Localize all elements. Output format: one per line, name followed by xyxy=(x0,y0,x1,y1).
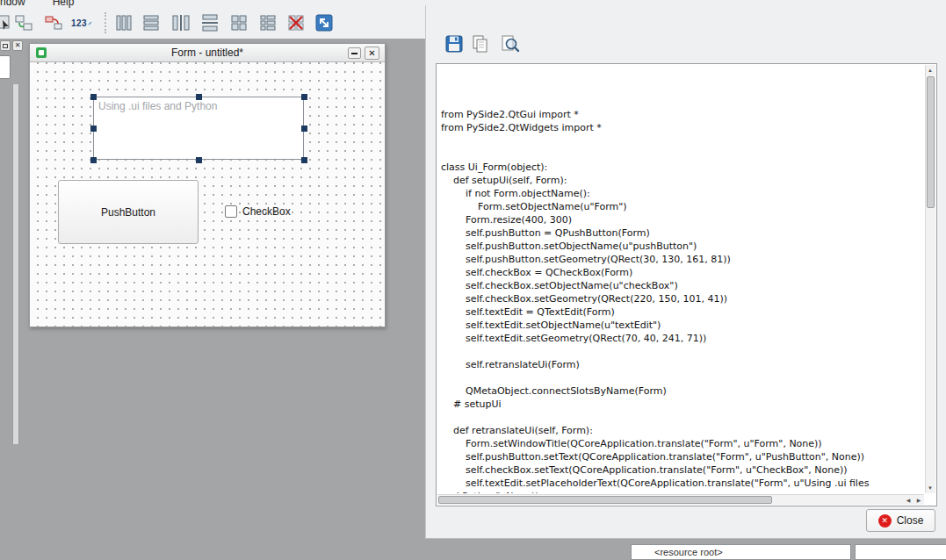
layout-form-icon[interactable] xyxy=(257,12,278,33)
scroll-left-icon[interactable]: ◀ xyxy=(903,494,914,505)
layout-grid-icon[interactable] xyxy=(228,12,249,33)
code-view[interactable]: from PySide2.QtGui import *from PySide2.… xyxy=(436,63,937,506)
edit-buddies-icon[interactable] xyxy=(43,12,64,33)
code-line: self.pushButton.setText(QCoreApplication… xyxy=(441,450,924,463)
copy-icon xyxy=(471,34,490,54)
resource-root-label: <resource root> xyxy=(654,547,723,557)
close-icon: ✕ xyxy=(15,42,21,49)
selection-handle-mid-left[interactable] xyxy=(90,126,97,132)
resource-panel-fragment xyxy=(855,544,946,560)
close-button-label: Close xyxy=(897,514,924,527)
code-line: Form.setWindowTitle(QCoreApplication.tra… xyxy=(441,437,924,450)
form-canvas[interactable]: Using .ui files and Python PushButton Ch… xyxy=(30,62,385,327)
qt-designer-screen: Window Help 123 ✕ xyxy=(0,0,946,560)
widgetbox-filter-input[interactable] xyxy=(0,55,11,79)
selection-handle-bottom-right[interactable] xyxy=(301,157,307,163)
code-line: self.pushButton.setGeometry(QRect(30, 13… xyxy=(441,253,924,266)
code-line: from PySide2.QtGui import * xyxy=(441,108,924,121)
copy-button[interactable] xyxy=(470,33,491,54)
vertical-scrollbar-thumb[interactable] xyxy=(927,76,935,208)
code-line: self.pushButton.setObjectName(u"pushButt… xyxy=(441,240,924,253)
code-line: Form.resize(400, 300) xyxy=(441,213,924,226)
edit-tab-order-icon[interactable]: 123 xyxy=(71,12,92,33)
code-line xyxy=(441,371,924,384)
selection-handle-top-left[interactable] xyxy=(90,94,97,100)
adjust-size-icon[interactable] xyxy=(314,12,335,33)
code-line xyxy=(441,134,924,147)
code-line: self.pushButton = QPushButton(Form) xyxy=(441,226,924,240)
scroll-down-icon[interactable]: ▼ xyxy=(925,483,935,493)
code-line: self.checkBox = QCheckBox(Form) xyxy=(441,266,924,279)
save-icon xyxy=(444,34,464,54)
layout-horizontal-icon[interactable] xyxy=(113,12,134,33)
vertical-scrollbar[interactable]: ▲ ▼ xyxy=(925,65,935,493)
code-line: self.checkBox.setGeometry(QRect(220, 150… xyxy=(441,292,924,305)
form-window-titlebar[interactable]: Form - untitled* ✕ xyxy=(30,44,385,62)
code-line: self.checkBox.setText(QCoreApplication.t… xyxy=(441,463,924,477)
selection-handle-bottom-mid[interactable] xyxy=(196,157,202,163)
menu-help[interactable]: Help xyxy=(51,0,76,8)
layout-vertical-splitter-icon[interactable] xyxy=(199,12,220,33)
dock-close-button[interactable]: ✕ xyxy=(12,40,23,51)
code-line xyxy=(441,411,924,424)
minimize-icon xyxy=(351,53,357,54)
close-icon: ✕ xyxy=(368,48,375,58)
checkbox-indicator[interactable] xyxy=(225,205,237,218)
dialog-close-button[interactable]: ✕ Close xyxy=(866,509,935,532)
code-line: from PySide2.QtWidgets import * xyxy=(441,121,924,134)
checkbox-label: CheckBox xyxy=(242,205,291,218)
code-line: def setupUi(self, Form): xyxy=(441,174,924,187)
scroll-up-icon[interactable]: ▲ xyxy=(925,65,935,75)
textedit-widget[interactable]: Using .ui files and Python xyxy=(93,97,304,160)
widgetbox-scrollbar[interactable] xyxy=(12,84,19,444)
toolbar-separator xyxy=(105,12,109,33)
code-line: if not Form.objectName(): xyxy=(441,187,924,200)
textedit-placeholder: Using .ui files and Python xyxy=(94,97,303,115)
resource-root-item[interactable]: <resource root> xyxy=(631,544,851,560)
minimize-button[interactable] xyxy=(348,47,361,59)
code-line: def retranslateUi(self, Form): xyxy=(441,424,924,437)
close-circle-icon: ✕ xyxy=(878,514,892,528)
menu-window[interactable]: Window xyxy=(0,0,27,8)
layout-horizontal-splitter-icon[interactable] xyxy=(170,12,191,33)
edit-signals-slots-icon[interactable] xyxy=(13,12,34,33)
code-line: # setupUi xyxy=(441,398,924,411)
code-line: self.textEdit.setObjectName(u"textEdit") xyxy=(441,319,924,332)
code-line: self.checkBox.setObjectName(u"checkBox") xyxy=(441,279,924,292)
code-text[interactable]: from PySide2.QtGui import *from PySide2.… xyxy=(437,65,924,493)
close-button[interactable]: ✕ xyxy=(365,47,379,60)
code-line: self.textEdit.setGeometry(QRect(70, 40, … xyxy=(441,332,924,345)
edit-widgets-icon[interactable] xyxy=(0,12,14,33)
form-designer-window: Form - untitled* ✕ Using .ui files and P… xyxy=(29,43,386,327)
dock-float-button[interactable] xyxy=(0,40,11,51)
code-line: self.textEdit = QTextEdit(Form) xyxy=(441,305,924,319)
menubar: Window Help xyxy=(0,0,76,8)
code-line: self.retranslateUi(Form) xyxy=(441,358,924,371)
code-line: and Python", None)) xyxy=(441,490,924,493)
pushbutton-widget[interactable]: PushButton xyxy=(58,180,199,244)
selection-handle-top-right[interactable] xyxy=(301,94,307,100)
float-icon xyxy=(3,44,8,48)
code-line: QMetaObject.connectSlotsByName(Form) xyxy=(441,384,924,398)
save-button[interactable] xyxy=(444,33,465,54)
find-button[interactable] xyxy=(500,33,521,54)
code-line: self.textEdit.setPlaceholderText(QCoreAp… xyxy=(441,477,924,490)
tab-order-label: 123 xyxy=(71,18,87,28)
scroll-right-icon[interactable]: ▶ xyxy=(914,494,924,505)
code-line xyxy=(441,345,924,358)
code-preview-dialog: from PySide2.QtGui import *from PySide2.… xyxy=(425,5,946,539)
find-icon xyxy=(500,34,521,54)
layout-vertical-icon[interactable] xyxy=(141,12,162,33)
code-line: class Ui_Form(object): xyxy=(441,161,924,174)
checkbox-widget[interactable]: CheckBox xyxy=(225,205,291,218)
selection-handle-top-mid[interactable] xyxy=(196,94,202,100)
code-line: Form.setObjectName(u"Form") xyxy=(441,200,924,213)
horizontal-scrollbar-thumb[interactable] xyxy=(438,496,772,504)
selection-handle-mid-right[interactable] xyxy=(301,126,307,132)
horizontal-scrollbar[interactable]: ◀ ▶ xyxy=(437,494,924,505)
code-line xyxy=(441,147,924,161)
form-window-title: Form - untitled* xyxy=(30,47,385,59)
selection-handle-bottom-left[interactable] xyxy=(90,157,97,163)
break-layout-icon[interactable] xyxy=(285,12,307,33)
